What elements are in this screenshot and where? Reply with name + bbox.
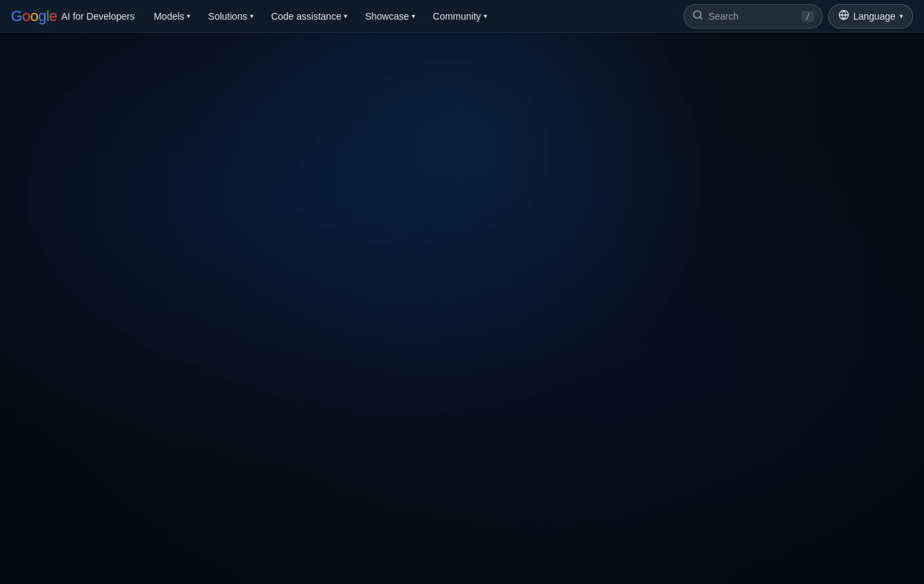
chevron-down-icon: ▾ [412, 12, 415, 20]
nav-item-community[interactable]: Community ▾ [425, 4, 495, 29]
svg-line-1 [700, 17, 702, 19]
chevron-down-icon: ▾ [344, 12, 347, 20]
chevron-down-icon: ▾ [250, 12, 253, 20]
logo-e: e [49, 7, 57, 25]
logo-o1: o [22, 7, 31, 25]
nav-label-models: Models [154, 11, 184, 22]
search-shortcut-key: / [802, 11, 813, 22]
nav-item-models[interactable]: Models ▾ [145, 4, 198, 29]
logo-g2: g [38, 7, 46, 25]
navbar: Google AI for Developers Models ▾ Soluti… [0, 0, 924, 33]
logo-tagline: AI for Developers [61, 11, 135, 22]
language-label: Language [853, 11, 895, 22]
search-placeholder: Search [709, 11, 797, 22]
nav-label-showcase: Showcase [365, 11, 409, 22]
main-content [0, 33, 924, 584]
nav-label-solutions: Solutions [208, 11, 247, 22]
logo-g: G [11, 7, 22, 25]
nav-item-showcase[interactable]: Showcase ▾ [357, 4, 423, 29]
chevron-down-icon: ▾ [187, 12, 190, 20]
globe-icon [838, 10, 849, 23]
nav-right: Search / Language ▾ [683, 4, 913, 29]
search-bar[interactable]: Search / [683, 4, 823, 29]
logo-o2: o [30, 7, 38, 25]
nav-label-community: Community [433, 11, 481, 22]
chevron-down-icon: ▾ [484, 12, 487, 20]
nav-items: Models ▾ Solutions ▾ Code assistance ▾ S… [145, 4, 678, 29]
nav-item-code-assistance[interactable]: Code assistance ▾ [263, 4, 356, 29]
logo-link[interactable]: Google AI for Developers [11, 7, 135, 25]
search-icon [692, 10, 703, 23]
google-logo: Google [11, 7, 57, 25]
language-button[interactable]: Language ▾ [828, 4, 913, 29]
language-chevron-icon: ▾ [900, 12, 903, 20]
nav-label-code-assistance: Code assistance [271, 11, 342, 22]
nav-item-solutions[interactable]: Solutions ▾ [200, 4, 262, 29]
